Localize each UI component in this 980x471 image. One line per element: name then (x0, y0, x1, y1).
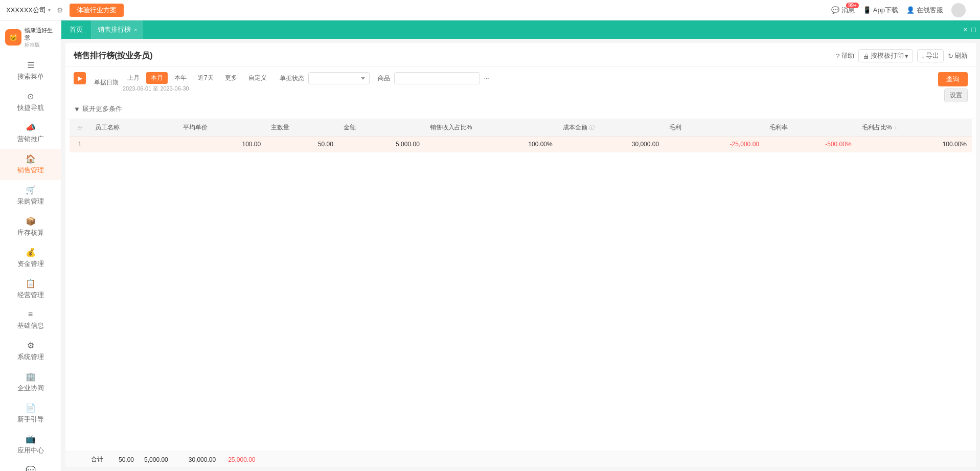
footer-amount: 5,000.00 (139, 456, 173, 463)
main-layout: 🐱 畅康通好生意 标准版 ☰ 搜索菜单 ⊙ 快捷导航 📣 营销推广 🏠 销售管理… (0, 20, 980, 471)
purchase-icon: 🛒 (26, 185, 36, 195)
refresh-label: 刷新 (954, 51, 968, 60)
footer-total-label: 合计 (91, 455, 103, 464)
status-select[interactable] (308, 72, 370, 84)
page-header-actions: ? 帮助 🖨 按模板打印 ▾ ↓ 导出 ↻ (836, 49, 968, 62)
sidebar-item-system[interactable]: ⚙ 系统管理 (0, 335, 61, 367)
online-service-button[interactable]: 👤 在线客服 (906, 6, 943, 15)
sidebar-label-system: 系统管理 (17, 352, 44, 362)
tab-bar-right: × □ (963, 26, 980, 34)
date-buttons: 上月 本月 本年 近7天 更多 自定义 (123, 72, 271, 84)
print-chevron-icon: ▾ (905, 52, 908, 60)
system-icon: ⚙ (27, 341, 34, 350)
col-gross: 毛利 (664, 119, 764, 137)
top-bar: XXXXXX公司 ▾ ⚙ 体验行业方案 💬 消息 99+ 📱 App下载 👤 在… (0, 0, 980, 20)
page-title: 销售排行榜(按业务员) (74, 51, 153, 61)
goods-more-btn[interactable]: ··· (484, 75, 489, 82)
sidebar-item-inventory[interactable]: 📦 库存核算 (0, 211, 61, 242)
tab-close-icon[interactable]: × (134, 27, 137, 33)
cell-main-qty: 50.00 (266, 137, 338, 152)
search-menu-icon: ☰ (27, 60, 34, 70)
trial-button[interactable]: 体验行业方案 (70, 4, 124, 17)
filter-settings-button[interactable]: 设置 (944, 88, 968, 102)
sidebar-item-basic[interactable]: ≡ 基础信息 (0, 305, 61, 335)
settings-icon[interactable]: ⚙ (55, 4, 65, 16)
sidebar-label-finance: 资金管理 (17, 259, 44, 268)
sidebar-item-enterprise[interactable]: 🏢 企业协同 (0, 367, 61, 398)
date-buttons-group: 上月 本月 本年 近7天 更多 自定义 2023-06-01 至 2023-06… (123, 72, 271, 93)
tab-sales-rank[interactable]: 销售排行榜 × (92, 20, 143, 39)
window-max-icon[interactable]: □ (972, 26, 976, 34)
export-button[interactable]: ↓ 导出 (917, 49, 944, 62)
col-gross-pct: 毛利占比% ↕ (857, 119, 972, 137)
page-header: 销售排行榜(按业务员) ? 帮助 🖨 按模板打印 ▾ ↓ (65, 43, 976, 67)
app-label: App下载 (873, 6, 898, 15)
service-icon: 👤 (906, 6, 915, 14)
guide-icon: 📄 (26, 403, 36, 413)
operation-icon: 📋 (26, 279, 36, 288)
company-name: XXXXXX公司 (6, 6, 46, 15)
date-label: 单据日期 (94, 78, 119, 87)
goods-input[interactable] (394, 72, 480, 84)
table-header-row: ☆ 员工名称 平均单价 主数量 金额 销售收入占比% 成本全额 ⓘ 毛利 毛利率… (70, 119, 972, 137)
query-button[interactable]: 查询 (938, 72, 968, 86)
sidebar-item-marketing[interactable]: 📣 营销推广 (0, 118, 61, 149)
page-inner: 销售排行榜(按业务员) ? 帮助 🖨 按模板打印 ▾ ↓ (65, 43, 976, 467)
filter-date-group: 单据日期 上月 本月 本年 近7天 更多 自定义 20 (94, 72, 271, 93)
page-content: 销售排行榜(按业务员) ? 帮助 🖨 按模板打印 ▾ ↓ (61, 39, 980, 471)
app-download-button[interactable]: 📱 App下载 (863, 6, 898, 15)
footer-avg-price (103, 456, 113, 463)
message-button[interactable]: 💬 消息 99+ (831, 6, 855, 15)
help-button[interactable]: ? 帮助 (836, 51, 854, 60)
sidebar-label-search: 搜索菜单 (17, 72, 44, 81)
cell-gross-pct: 100.00% (857, 137, 972, 152)
col-main-qty: 主数量 (266, 119, 338, 137)
cell-gross: -25,000.00 (664, 137, 764, 152)
apps-icon: 📺 (26, 434, 36, 444)
sidebar-item-finance[interactable]: 💰 资金管理 (0, 242, 61, 274)
sidebar-item-search[interactable]: ☰ 搜索菜单 (0, 55, 61, 86)
date-btn-this-year[interactable]: 本年 (170, 72, 191, 84)
filter-toggle-icon[interactable]: ▶ (74, 72, 86, 84)
cell-name (90, 137, 178, 152)
table-row: 1 100.00 50.00 5,000.00 100.00% 30,000.0… (70, 137, 972, 152)
date-btn-this-month[interactable]: 本月 (146, 72, 168, 84)
sidebar-item-sales[interactable]: 🏠 销售管理 (0, 149, 61, 180)
date-btn-more[interactable]: 更多 (220, 72, 242, 84)
wechat-icon: 💬 (26, 465, 36, 471)
table-area: ☆ 员工名称 平均单价 主数量 金额 销售收入占比% 成本全额 ⓘ 毛利 毛利率… (65, 119, 976, 452)
refresh-button[interactable]: ↻ 刷新 (948, 51, 968, 60)
date-btn-custom[interactable]: 自定义 (244, 72, 271, 84)
inventory-icon: 📦 (26, 216, 36, 226)
expand-more-label: 展开更多条件 (82, 104, 122, 114)
help-icon: ? (836, 52, 839, 60)
sidebar-item-operation[interactable]: 📋 经营管理 (0, 274, 61, 305)
sidebar-item-apps[interactable]: 📺 应用中心 (0, 429, 61, 460)
sidebar-item-shortcut[interactable]: ⊙ 快捷导航 (0, 86, 61, 118)
date-btn-last-month[interactable]: 上月 (123, 72, 144, 84)
tab-sales-rank-label: 销售排行榜 (98, 25, 131, 34)
sidebar-item-wechat[interactable]: 💬 企业微信 (0, 460, 61, 471)
logo-text-block: 畅康通好生意 标准版 (25, 27, 56, 49)
export-icon: ↓ (922, 52, 925, 60)
expand-more-button[interactable]: ▼ 展开更多条件 (74, 102, 968, 114)
marketing-icon: 📣 (26, 123, 36, 132)
print-button[interactable]: 🖨 按模板打印 ▾ (858, 49, 913, 62)
finance-icon: 💰 (26, 248, 36, 257)
logo-sub: 标准版 (25, 41, 56, 49)
company-selector[interactable]: XXXXXX公司 ▾ (6, 6, 51, 15)
footer-gross: -25,000.00 (221, 456, 260, 463)
window-close-icon[interactable]: × (963, 26, 967, 34)
date-btn-7days[interactable]: 近7天 (193, 72, 218, 84)
sidebar-item-guide[interactable]: 📄 新手引导 (0, 398, 61, 429)
logo-emoji: 🐱 (9, 34, 17, 41)
avatar[interactable] (951, 3, 966, 17)
sidebar-item-purchase[interactable]: 🛒 采购管理 (0, 180, 61, 211)
sidebar-label-marketing: 营销推广 (17, 134, 44, 144)
status-label: 单据状态 (280, 74, 304, 83)
cell-amount: 5,000.00 (338, 137, 425, 152)
tab-bar: 首页 销售排行榜 × × □ (61, 20, 980, 39)
tab-home[interactable]: 首页 (61, 20, 92, 39)
logo-icon: 🐱 (5, 29, 21, 46)
sales-rank-table: ☆ 员工名称 平均单价 主数量 金额 销售收入占比% 成本全额 ⓘ 毛利 毛利率… (70, 119, 972, 152)
